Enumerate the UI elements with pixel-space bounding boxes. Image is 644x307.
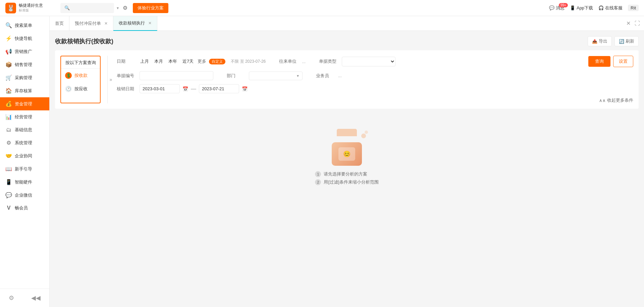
tab-receipt-verify[interactable]: 收款核销执行 ✕ [113,16,157,31]
dept-label: 部门 [227,73,244,79]
sidebar-item-finance[interactable]: 💰 资金管理 [0,97,49,110]
sidebar-item-member[interactable]: V 畅会员 [0,202,49,214]
filter-sidebar: 按以下方案查询 💲 按收款 🕐 按应收 [60,56,101,103]
filter-actions: 查询 设置 [588,56,633,67]
search-menu-icon: 🔍 [5,22,12,29]
basic-info-icon: 🗂 [5,127,12,133]
staff-label: 业务员 [316,73,333,79]
top-bar-right: 💬 消息 99+ 📱 App下载 🎧 在线客服 Rit [549,5,639,11]
receivable-option-icon: 🕐 [65,86,72,92]
sidebar-item-guide[interactable]: 📖 新手引导 [0,162,49,175]
sidebar-item-quicknav[interactable]: ⚡ 快捷导航 [0,32,49,45]
sidebar-item-marketing[interactable]: 📢 营销推广 [0,45,49,58]
tab-maximize-icon[interactable]: ⛶ [633,19,641,28]
online-service-button[interactable]: 🎧 在线客服 [598,5,623,11]
empty-tips: 1 请先选择要分析的方案 2 用[过滤]条件来缩小分析范围 [315,171,378,185]
finance-icon: 💰 [5,101,12,107]
filter-settings-button[interactable]: 设置 [613,56,633,67]
doc-num-input[interactable] [140,71,213,80]
page-content: 收款核销执行(按收款) 📤 导出 🔄 刷新 按以 [50,31,644,307]
dept-arrow-icon: ▾ [297,73,299,78]
date-sub-label: 不限 至 2023-07-26 [231,59,266,64]
dept-select[interactable]: ▾ [249,71,303,80]
sales-icon: 📦 [5,61,12,68]
refresh-icon: 🔄 [619,39,624,44]
sidebar-item-system[interactable]: ⚙ 系统管理 [0,136,49,149]
logo-name: 畅捷通好生意 [19,3,43,8]
marketing-icon: 📢 [5,48,12,55]
tab-close-all-icon[interactable]: ✕ [625,19,632,28]
verify-date-end-cal-icon[interactable]: 📅 [242,86,248,92]
top-bar: 🐰 畅捷通好生意 标准版 🔍 ▾ ⚙ 体验行业方案 💬 消息 99+ 📱 App… [0,0,644,16]
filter-option-by-receivable[interactable]: 🕐 按应收 [61,82,100,96]
msg-button[interactable]: 💬 消息 99+ [549,5,565,11]
logo-tag: 标准版 [19,8,43,13]
sidebar-collapse-icon[interactable]: ◀◀ [29,292,43,304]
partner-label: 往来单位 [279,58,297,64]
collapse-more-btn[interactable]: ∧∧ 收起更多条件 [117,97,633,103]
empty-state: 😊 1 请先选择要分析的方案 2 用[过滤]条件来缩小分析范围 [55,109,639,199]
date-this-month[interactable]: 本月 [153,58,164,65]
app-logo: 🐰 畅捷通好生意 标准版 [5,3,55,13]
filter-section: 按以下方案查询 💲 按收款 🕐 按应收 » [55,50,639,109]
empty-tip-1: 1 请先选择要分析的方案 [315,171,378,177]
sidebar-item-purchase[interactable]: 🛒 采购管理 [0,71,49,84]
export-button[interactable]: 📤 导出 [588,36,612,46]
staff-dots[interactable]: ... [338,73,342,78]
tab-prepay-close[interactable]: ✕ [104,21,108,26]
sidebar-item-management[interactable]: 📊 经营管理 [0,110,49,123]
tab-bar-actions: ✕ ⛶ [625,19,644,28]
tab-receipt-close[interactable]: ✕ [148,21,152,25]
filter-sidebar-collapse-btn[interactable]: » [107,56,114,103]
page-header-actions: 📤 导出 🔄 刷新 [588,36,639,46]
app-download-button[interactable]: 📱 App下载 [570,5,593,11]
page-title: 收款核销执行(按收款) [55,37,113,45]
filter-form: 日期 上月 本月 本年 近7天 更多 自定义 不限 至 2023-07-26 [117,56,633,103]
purchase-icon: 🛒 [5,74,12,81]
solution-button[interactable]: 体验行业方案 [133,3,168,13]
verify-date-end-input[interactable] [199,84,239,93]
sidebar-item-enterprise[interactable]: 🤝 企业协同 [0,149,49,162]
sidebar-item-sales[interactable]: 📦 销售管理 [0,58,49,71]
date-last-7days[interactable]: 近7天 [181,58,195,65]
tab-home[interactable]: 首页 [50,16,69,31]
sidebar-settings-icon[interactable]: ⚙ [6,292,17,304]
filter-row-3: 核销日期 📅 — 📅 [117,84,633,93]
hardware-icon: 📱 [5,179,12,185]
partner-dots[interactable]: ... [302,59,306,64]
tip-num-1: 1 [315,171,321,177]
search-box[interactable]: 🔍 [60,3,114,13]
sidebar-item-basic-info[interactable]: 🗂 基础信息 [0,123,49,136]
verify-date-start-cal-icon[interactable]: 📅 [182,86,188,92]
filter-sidebar-title: 按以下方案查询 [61,56,100,69]
logo-icon: 🐰 [5,3,16,13]
sidebar-item-search[interactable]: 🔍 搜索菜单 [0,19,49,32]
doc-type-select[interactable] [342,57,395,66]
main-layout: 🔍 搜索菜单 ⚡ 快捷导航 📢 营销推广 📦 销售管理 🛒 采购管理 🏠 库存核… [0,16,644,307]
date-last-month[interactable]: 上月 [139,58,150,65]
search-dropdown-icon[interactable]: ▾ [117,6,119,10]
wechat-icon: 💬 [5,192,12,198]
top-gear-icon[interactable]: ⚙ [123,5,127,11]
sidebar-item-wechat[interactable]: 💬 企业微信 [0,189,49,202]
date-this-year[interactable]: 本年 [167,58,178,65]
tab-prepay[interactable]: 预付冲应付单 ✕ [69,16,113,31]
receipt-option-icon: 💲 [65,72,72,79]
quicknav-icon: ⚡ [5,35,12,42]
verify-date-range: 📅 — 📅 [140,84,248,93]
msg-badge: 99+ [559,3,568,7]
date-more[interactable]: 更多 [198,58,206,64]
date-custom-badge[interactable]: 自定义 [209,59,225,64]
inventory-icon: 🏠 [5,88,12,94]
query-button[interactable]: 查询 [588,56,610,67]
username-label: Rit [628,5,639,11]
filter-option-by-receipt[interactable]: 💲 按收款 [61,69,100,82]
tip-num-2: 2 [315,179,321,185]
sidebar-item-hardware[interactable]: 📱 智能硬件 [0,175,49,189]
verify-date-start-input[interactable] [140,84,180,93]
sidebar: 🔍 搜索菜单 ⚡ 快捷导航 📢 营销推广 📦 销售管理 🛒 采购管理 🏠 库存核… [0,16,50,307]
doc-num-label: 单据编号 [117,73,134,79]
refresh-button[interactable]: 🔄 刷新 [614,36,639,46]
filter-row-2: 单据编号 部门 ▾ 业务员 ... [117,71,633,80]
sidebar-item-inventory[interactable]: 🏠 库存核算 [0,84,49,97]
